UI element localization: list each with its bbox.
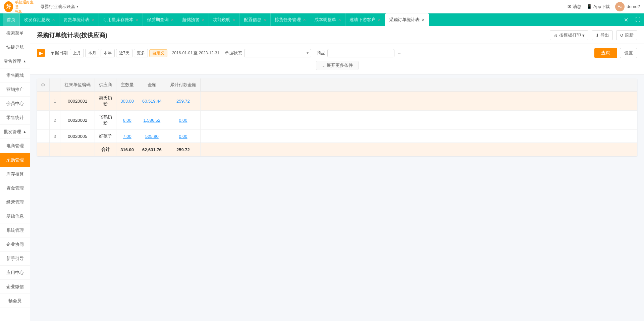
sidebar-item-batch[interactable]: 批发管理 ▲ — [0, 125, 30, 139]
status-select[interactable] — [244, 49, 311, 57]
settings-col-icon[interactable]: ⚙ — [41, 82, 45, 88]
sidebar-item-system[interactable]: 系统管理 — [0, 223, 30, 237]
row-main-qty[interactable]: 6.00 — [116, 111, 138, 130]
tab-gongneng[interactable]: 功能说明 ✕ — [209, 13, 240, 26]
date-shortcut-last-month[interactable]: 上月 — [70, 49, 84, 57]
date-shortcut-this-month[interactable]: 本月 — [85, 49, 99, 57]
row-amount[interactable]: 60,519.44 — [138, 92, 166, 111]
close-icon[interactable]: ✕ — [136, 18, 139, 22]
sidebar-item-label: 电商管理 — [6, 143, 24, 149]
expand-row: ⌄ 展开更多条件 — [37, 61, 637, 70]
refresh-button[interactable]: ↺ 刷新 — [616, 30, 637, 40]
sidebar-item-marketing[interactable]: 营销推广 — [0, 83, 30, 97]
sidebar-item-enterprise[interactable]: 企业协同 — [0, 237, 30, 252]
sidebar-item-label: 库存核算 — [6, 171, 24, 177]
col-header-settings: ⚙ — [37, 78, 50, 92]
row-supplier-name: 惠氏奶粉 — [95, 92, 116, 111]
sidebar-item-vip[interactable]: 畅会员 — [0, 294, 30, 308]
app-download-action[interactable]: 📱 App下载 — [587, 4, 610, 10]
tab-chaochu[interactable]: 超储预警 ✕ — [178, 13, 209, 26]
sidebar-item-inventory[interactable]: 库存核算 — [0, 167, 30, 181]
tab-chengben[interactable]: 成本调整单 ✕ — [310, 13, 345, 26]
close-icon[interactable]: ✕ — [378, 18, 381, 22]
col-header-supplier-code: 往来单位编码 — [60, 78, 95, 92]
tab-paihuorenwu[interactable]: 拣货任务管理 ✕ — [271, 13, 310, 26]
goods-filter-item: 商品 ··· — [317, 49, 401, 57]
row-paid-amount[interactable]: 259.72 — [166, 92, 200, 111]
row-amount[interactable]: 525.80 — [138, 130, 166, 143]
sidebar-item-operation[interactable]: 经营管理 — [0, 195, 30, 209]
sidebar-item-label: 畅会员 — [8, 298, 21, 304]
sidebar-item-purchase[interactable]: 采购管理 — [0, 153, 30, 167]
date-shortcut-7days[interactable]: 近7天 — [116, 49, 132, 57]
settings-button[interactable]: 设置 — [620, 48, 637, 58]
tab-yaohuo[interactable]: 要货单统计表 ✕ — [59, 13, 99, 26]
search-button[interactable]: 查询 — [594, 48, 617, 58]
user-profile[interactable]: Ea demo2 — [615, 2, 640, 11]
row-supplier-name: 好孩子 — [95, 130, 116, 143]
row-amount[interactable]: 1,586.52 — [138, 111, 166, 130]
row-main-qty[interactable]: 303.00 — [116, 92, 138, 111]
expand-tabs-button[interactable]: ⛶ — [632, 13, 644, 26]
sidebar-item-basic[interactable]: 基础信息 — [0, 209, 30, 223]
close-icon[interactable]: ✕ — [52, 18, 55, 22]
message-action[interactable]: ✉ 消息 — [568, 4, 581, 10]
close-icon[interactable]: ✕ — [171, 18, 174, 22]
close-icon[interactable]: ✕ — [338, 18, 341, 22]
close-icon[interactable]: ✕ — [232, 18, 235, 22]
close-icon[interactable]: ✕ — [303, 18, 306, 22]
sidebar-item-retail-stats[interactable]: 零售统计 — [0, 111, 30, 125]
tab-peizhi[interactable]: 配置信息 ✕ — [240, 13, 271, 26]
print-button[interactable]: 🖨 按模板打印 ▾ — [550, 30, 588, 40]
sidebar-item-newbie[interactable]: 新手引导 — [0, 252, 30, 266]
sidebar-item-label: 企业协同 — [6, 242, 24, 248]
tab-yaoqing[interactable]: 邀请下游客户 ✕ — [345, 13, 385, 26]
footer-label: 合计 — [95, 143, 116, 156]
sidebar-item-member[interactable]: 会员中心 — [0, 97, 30, 111]
tab-shoufacun[interactable]: 收发存汇总表 ✕ — [20, 13, 59, 26]
row-supplier-code: 00020005 — [60, 130, 95, 143]
close-icon[interactable]: ✕ — [92, 18, 95, 22]
close-icon[interactable]: ✕ — [202, 18, 205, 22]
date-shortcut-more[interactable]: 更多 — [134, 49, 148, 57]
sidebar-item-label: 营销推广 — [6, 87, 24, 93]
sidebar-item-app-center[interactable]: 应用中心 — [0, 266, 30, 280]
workspace-selector[interactable]: 母婴行业演示账套 ▾ — [38, 2, 81, 11]
sidebar-item-retail[interactable]: 零售管理 ▲ — [0, 54, 30, 68]
sidebar-item-capital[interactable]: 资金管理 — [0, 181, 30, 195]
tab-kuyun[interactable]: 可用量库存账本 ✕ — [99, 13, 143, 26]
sidebar-item-wechat[interactable]: 企业微信 — [0, 280, 30, 294]
sidebar-item-label: 系统管理 — [6, 227, 24, 233]
sidebar-item-label: 快捷导航 — [6, 44, 24, 50]
data-table: ⚙ 往来单位编码 供应商 主数量 金额 累计付款金额 1 00020001 — [37, 78, 637, 156]
close-icon[interactable]: ✕ — [263, 18, 266, 22]
date-filter-label: 单据日期 — [50, 50, 68, 56]
sidebar-item-search[interactable]: 搜索菜单 — [0, 26, 30, 40]
tab-home[interactable]: 首页 — [3, 13, 20, 26]
sidebar-item-ecommerce[interactable]: 电商管理 — [0, 139, 30, 153]
more-dots-icon[interactable]: ··· — [398, 51, 401, 56]
main-area: 搜索菜单 快捷导航 零售管理 ▲ 零售商城 营销推广 会员中心 零售统计 批发管… — [0, 26, 644, 321]
close-all-tabs-button[interactable]: ✕ — [620, 13, 632, 26]
sidebar-item-shortcut[interactable]: 快捷导航 — [0, 40, 30, 54]
row-main-qty[interactable]: 7.00 — [116, 130, 138, 143]
filter-toggle-button[interactable]: ▶ — [37, 49, 45, 57]
sidebar-item-label: 会员中心 — [6, 101, 24, 107]
nav-tabs: 首页 收发存汇总表 ✕ 要货单统计表 ✕ 可用量库存账本 ✕ 保质期查询 ✕ 超… — [0, 13, 644, 26]
tab-caigou[interactable]: 采购订单统计表 ✕ — [385, 13, 429, 26]
export-button[interactable]: ⬇ 导出 — [592, 30, 613, 40]
chevron-down-icon: ▲ — [23, 59, 26, 63]
row-paid-amount[interactable]: 0.00 — [166, 130, 200, 143]
col-header-main-qty: 主数量 — [116, 78, 138, 92]
row-num: 3 — [50, 130, 60, 143]
goods-input[interactable] — [327, 49, 394, 57]
expand-filter-button[interactable]: ⌄ 展开更多条件 — [316, 61, 359, 70]
logo-area: 好 畅捷通好生意 标版 — [4, 0, 34, 13]
date-shortcut-this-year[interactable]: 本年 — [101, 49, 115, 57]
col-header-supplier-name: 供应商 — [95, 78, 116, 92]
tab-baoxian[interactable]: 保质期查询 ✕ — [143, 13, 178, 26]
row-paid-amount[interactable]: 0.00 — [166, 111, 200, 130]
sidebar-item-retail-mall[interactable]: 零售商城 — [0, 68, 30, 83]
table-row: 1 00020001 惠氏奶粉 303.00 60,519.44 259.72 — [37, 92, 637, 111]
close-icon[interactable]: ✕ — [422, 18, 425, 22]
